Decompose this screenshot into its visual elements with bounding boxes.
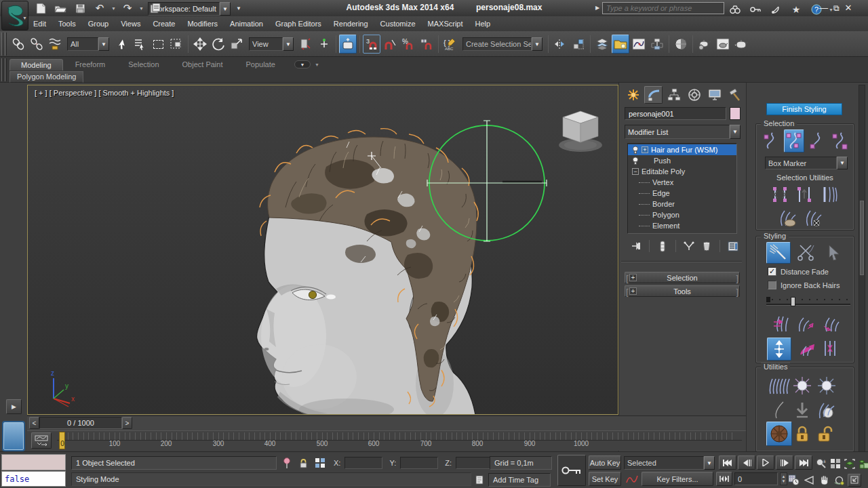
track-bar[interactable]: 0 100 200 300 400 500 600 700 800 900 10… [27,430,746,451]
puff-roots-icon[interactable] [819,313,842,335]
select-hair-guides-icon[interactable] [807,129,827,152]
configure-modifier-sets-icon[interactable] [726,239,740,253]
rotate-selection-icon[interactable] [793,184,815,205]
communication-center-icon[interactable] [768,1,784,18]
ribbon-tab-modeling[interactable]: Modeling [9,59,63,70]
reference-coordinate-system-dropdown[interactable]: View ▼ [249,37,294,51]
search-binoculars-icon[interactable] [727,1,743,18]
translate-tool-active-icon[interactable] [767,338,791,361]
workspace-flyout-arrow[interactable]: ▼ [236,5,241,12]
select-by-surface-icon[interactable] [776,207,799,229]
absolute-offset-mode-icon[interactable] [315,458,326,468]
y-coordinate-field[interactable] [400,457,438,469]
auto-key-button[interactable]: Auto Key [589,455,621,470]
pop-selected-hairs-icon[interactable] [789,374,815,397]
translate-hairs-mode-icon[interactable] [770,313,793,335]
render-setup-icon[interactable] [696,35,713,54]
window-crossing-toggle-icon[interactable] [167,35,185,54]
viewport[interactable]: z x y [ + ] [ Perspective ] [ Smooth + H… [27,85,618,415]
maximize-viewport-cubes-icon[interactable] [858,455,868,472]
select-hair-roots-icon[interactable] [830,129,850,152]
previous-frame-button[interactable] [738,455,755,470]
keyboard-shortcut-override-icon[interactable] [339,35,357,54]
time-forward-button[interactable]: > [122,417,132,429]
select-by-hairs-icon[interactable] [802,207,825,229]
layer-manager-icon[interactable] [593,35,611,54]
edit-named-selection-sets-icon[interactable]: { }ABC [441,35,459,54]
select-hair-vertices-icon[interactable] [784,129,804,152]
spinner-snap-toggle-icon[interactable] [418,35,435,54]
bind-to-space-warp-icon[interactable] [46,35,64,54]
stack-item-edge[interactable]: Edge [628,188,736,199]
maxscript-listener-pink[interactable] [1,454,66,470]
rendered-frame-window-icon[interactable] [714,35,732,54]
ribbon-panel-polygon-modeling[interactable]: Polygon Modeling [9,71,83,83]
ribbon-tab-populate[interactable]: Populate [235,59,285,70]
finish-styling-button[interactable]: Finish Styling [766,103,842,115]
invert-selection-icon[interactable] [769,184,791,205]
brush-size-slider[interactable] [766,296,850,308]
current-frame-field[interactable]: 0 [734,472,778,485]
menu-views[interactable]: Views [115,18,146,30]
make-unique-icon[interactable] [682,239,696,253]
open-mini-curve-editor-button[interactable] [31,432,52,449]
recomb-from-splines-icon[interactable] [766,399,792,422]
select-and-rotate-icon[interactable] [210,35,227,54]
command-tab-motion-icon[interactable] [685,86,703,104]
field-of-view-icon[interactable] [803,472,815,488]
hair-panel-scrollbar[interactable] [859,85,865,456]
material-editor-icon[interactable] [672,35,690,54]
add-time-tag-field[interactable]: Add Time Tag [488,473,551,487]
menu-graph-editors[interactable]: Graph Editors [269,18,328,30]
hair-cut-tool-icon[interactable] [795,242,819,264]
menu-create[interactable]: Create [146,18,181,30]
select-and-move-icon[interactable] [191,35,209,54]
selected-key-filter-dropdown[interactable]: Selected ▼ [624,456,715,470]
distance-fade-row[interactable]: ✓ Distance Fade [768,267,829,276]
percent-snap-toggle-icon[interactable]: % [399,35,417,54]
go-to-start-button[interactable] [719,455,736,470]
maximize-viewport-toggle-button[interactable] [848,474,861,487]
stack-item-border[interactable]: Border [628,199,736,209]
render-production-icon[interactable] [732,35,750,54]
favorites-star-icon[interactable]: ★ [788,1,804,18]
select-and-manipulate-icon[interactable] [315,35,333,54]
command-tab-hierarchy-icon[interactable] [665,86,683,104]
viewport-label[interactable]: [ + ] [ Perspective ] [ Smooth + Highlig… [35,89,174,97]
command-tab-display-icon[interactable] [705,86,724,104]
key-filters-curve-icon[interactable] [625,473,639,485]
rollout-tools[interactable]: [ + Tools ] [625,285,740,297]
restore-button[interactable]: ⧉ [833,3,840,13]
ribbon-options-arrow[interactable]: ▼ [315,62,319,67]
select-hair-by-ends-icon[interactable] [761,129,781,152]
snaps-use-icon[interactable] [829,455,842,472]
minimize-button[interactable]: — [819,3,828,13]
object-name-field[interactable]: personaje001 [625,107,726,120]
rectangular-selection-region-icon[interactable] [149,35,167,54]
stack-item-hair-and-fur[interactable]: + Hair and Fur (WSM) [628,144,736,155]
select-and-scale-icon[interactable] [228,35,245,54]
rollout-selection[interactable]: [ + Selection ] [625,272,740,283]
ribbon-dock-handle2[interactable] [5,58,7,81]
select-and-link-icon[interactable] [9,35,27,54]
set-key-button[interactable]: Set Key [589,472,621,486]
orbit-view-icon[interactable] [833,472,845,488]
time-configuration-icon[interactable] [787,472,800,488]
close-button[interactable]: ✕ [845,3,852,13]
object-color-swatch[interactable] [730,107,741,120]
lock-hairs-icon[interactable] [789,422,815,446]
isolate-selection-pin-icon[interactable] [282,457,292,469]
remove-modifier-icon[interactable] [700,239,713,253]
ribbon-tab-object-paint[interactable]: Object Paint [172,59,234,70]
stack-item-editable-poly[interactable]: − Editable Poly [628,166,736,177]
toolbar-dock-handle2[interactable] [5,33,7,56]
scene-explorer-icon[interactable] [612,35,629,54]
align-icon[interactable] [570,35,587,54]
ribbon-tab-selection[interactable]: Selection [117,59,170,70]
stack-item-push[interactable]: Push [628,155,736,166]
time-back-button[interactable]: < [29,417,39,429]
pop-all-hairs-icon[interactable] [814,374,840,397]
zoom-region-icon[interactable] [844,455,856,472]
unlock-hairs-icon[interactable] [814,422,840,446]
schematic-view-icon[interactable] [648,35,666,54]
